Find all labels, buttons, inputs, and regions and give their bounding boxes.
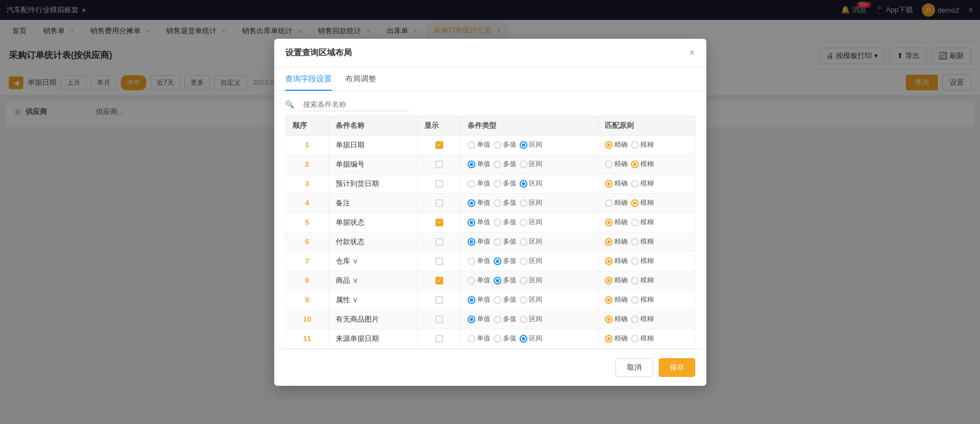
- col-type: 条件类型: [461, 116, 598, 132]
- dialog-header: 设置查询区域布局 ×: [274, 39, 706, 68]
- dialog-title: 设置查询区域布局: [285, 48, 352, 58]
- dialog-table-area: 顺序 条件名称 显示 条件类型 匹配原则 1单据日期单值多值区间精确模糊2单据编…: [274, 116, 706, 133]
- col-name: 条件名称: [329, 116, 417, 132]
- search-icon: 🔍: [285, 100, 294, 108]
- conditions-table: 顺序 条件名称 显示 条件类型 匹配原则 1单据日期单值多值区间精确模糊2单据编…: [285, 116, 695, 133]
- dialog-tabs: 查询字段设置 布局调整: [274, 68, 706, 91]
- settings-dialog: 设置查询区域布局 × 查询字段设置 布局调整 🔍 顺序 条件名称 显示 条件类型: [274, 39, 706, 133]
- condition-search-input[interactable]: [299, 98, 409, 111]
- modal-overlay: 设置查询区域布局 × 查询字段设置 布局调整 🔍 顺序 条件名称 显示 条件类型: [0, 0, 980, 132]
- dialog-search-area: 🔍: [274, 91, 706, 116]
- col-match: 匹配原则: [598, 116, 695, 132]
- col-order: 顺序: [285, 116, 329, 132]
- dialog-close-button[interactable]: ×: [689, 48, 695, 58]
- tab-layout-adjust[interactable]: 布局调整: [345, 74, 376, 91]
- col-display: 显示: [417, 116, 461, 132]
- tab-query-fields[interactable]: 查询字段设置: [285, 74, 332, 91]
